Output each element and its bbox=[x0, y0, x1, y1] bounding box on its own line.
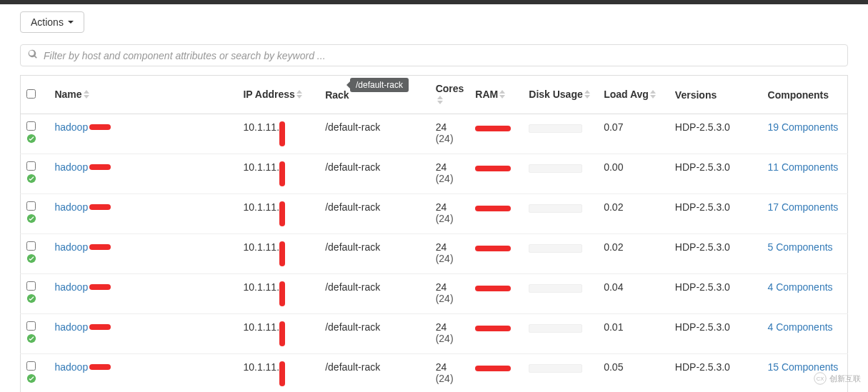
sort-icon bbox=[650, 89, 656, 101]
status-ok-icon bbox=[26, 134, 36, 146]
table-row: hadoop 10.1.11. /default-rack 24(24) 0.0… bbox=[21, 354, 848, 392]
ram-cell bbox=[469, 314, 523, 354]
filter-bar[interactable] bbox=[20, 44, 848, 66]
load-cell: 0.01 bbox=[598, 314, 669, 354]
rack-cell: /default-rack bbox=[319, 194, 429, 234]
table-row: hadoop 10.1.11. /default-rack 24(24) 0.0… bbox=[21, 234, 848, 274]
redaction bbox=[475, 326, 511, 331]
redaction bbox=[279, 321, 285, 346]
header-load[interactable]: Load Avg bbox=[598, 76, 669, 114]
watermark: CX 创新互联 bbox=[814, 372, 861, 385]
redaction bbox=[279, 201, 285, 226]
hosts-table: Name IP Address Rack Cores RAM Disk Usag… bbox=[20, 75, 848, 392]
components-link[interactable]: 4 Components bbox=[762, 274, 848, 314]
disk-cell bbox=[523, 354, 598, 392]
version-cell: HDP-2.5.3.0 bbox=[669, 314, 762, 354]
redaction bbox=[89, 124, 111, 130]
select-all-checkbox[interactable] bbox=[26, 89, 36, 99]
rack-cell: /default-rack bbox=[319, 114, 429, 154]
components-link[interactable]: 11 Components bbox=[762, 154, 848, 194]
status-ok-icon bbox=[26, 373, 36, 386]
host-link[interactable]: hadoop bbox=[54, 281, 111, 293]
load-cell: 0.07 bbox=[598, 114, 669, 154]
sort-icon bbox=[296, 89, 302, 101]
row-checkbox[interactable] bbox=[26, 361, 36, 371]
load-cell: 0.02 bbox=[598, 194, 669, 234]
load-cell: 0.04 bbox=[598, 274, 669, 314]
search-icon bbox=[28, 49, 44, 61]
cores-cell: 24(24) bbox=[430, 274, 470, 314]
ram-cell bbox=[469, 274, 523, 314]
sort-icon bbox=[84, 89, 89, 101]
redaction bbox=[475, 286, 511, 291]
components-link[interactable]: 19 Components bbox=[762, 114, 848, 154]
ram-cell bbox=[469, 354, 523, 392]
header-ip[interactable]: IP Address bbox=[237, 76, 319, 114]
ram-cell bbox=[469, 234, 523, 274]
header-checkbox bbox=[21, 76, 49, 114]
version-cell: HDP-2.5.3.0 bbox=[669, 114, 762, 154]
ram-cell bbox=[469, 154, 523, 194]
ip-cell: 10.1.11. bbox=[237, 274, 319, 314]
header-components: Components bbox=[762, 76, 848, 114]
version-cell: HDP-2.5.3.0 bbox=[669, 234, 762, 274]
ram-cell bbox=[469, 194, 523, 234]
disk-cell bbox=[523, 114, 598, 154]
ip-cell: 10.1.11. bbox=[237, 314, 319, 354]
redaction bbox=[279, 281, 285, 306]
redaction bbox=[89, 284, 111, 290]
redaction bbox=[475, 126, 511, 131]
header-ram[interactable]: RAM bbox=[469, 76, 523, 114]
disk-cell bbox=[523, 154, 598, 194]
components-link[interactable]: 5 Components bbox=[762, 234, 848, 274]
cores-cell: 24(24) bbox=[430, 314, 470, 354]
cores-cell: 24(24) bbox=[430, 154, 470, 194]
load-cell: 0.02 bbox=[598, 234, 669, 274]
sort-icon bbox=[437, 95, 443, 106]
row-checkbox[interactable] bbox=[26, 241, 36, 251]
redaction bbox=[279, 361, 285, 386]
chevron-down-icon bbox=[68, 21, 74, 24]
row-checkbox[interactable] bbox=[26, 121, 36, 131]
disk-usage-bar bbox=[529, 284, 582, 293]
ram-cell bbox=[469, 114, 523, 154]
redaction bbox=[89, 364, 111, 370]
ip-cell: 10.1.11. bbox=[237, 194, 319, 234]
ip-cell: 10.1.11. bbox=[237, 114, 319, 154]
row-checkbox[interactable] bbox=[26, 201, 36, 211]
table-row: hadoop 10.1.11. /default-rack 24(24) 0.0… bbox=[21, 194, 848, 234]
header-disk[interactable]: Disk Usage bbox=[523, 76, 598, 114]
components-link[interactable]: 17 Components bbox=[762, 194, 848, 234]
cores-cell: 24(24) bbox=[430, 234, 470, 274]
status-ok-icon bbox=[26, 333, 36, 346]
host-link[interactable]: hadoop bbox=[54, 321, 111, 333]
cores-cell: 24(24) bbox=[430, 194, 470, 234]
version-cell: HDP-2.5.3.0 bbox=[669, 154, 762, 194]
host-link[interactable]: hadoop bbox=[54, 121, 111, 133]
row-checkbox[interactable] bbox=[26, 161, 36, 171]
host-link[interactable]: hadoop bbox=[54, 161, 111, 173]
row-checkbox[interactable] bbox=[26, 281, 36, 291]
disk-cell bbox=[523, 274, 598, 314]
table-row: hadoop 10.1.11. /default-rack 24(24) 0.0… bbox=[21, 314, 848, 354]
host-link[interactable]: hadoop bbox=[54, 241, 111, 253]
actions-button[interactable]: Actions bbox=[20, 11, 84, 33]
redaction bbox=[475, 166, 511, 171]
ip-cell: 10.1.11. bbox=[237, 354, 319, 392]
sort-icon bbox=[584, 89, 590, 101]
host-link[interactable]: hadoop bbox=[54, 361, 111, 373]
header-name[interactable]: Name bbox=[49, 76, 237, 114]
host-link[interactable]: hadoop bbox=[54, 201, 111, 213]
disk-cell bbox=[523, 314, 598, 354]
disk-usage-bar bbox=[529, 324, 582, 333]
row-checkbox[interactable] bbox=[26, 321, 36, 331]
disk-usage-bar bbox=[529, 364, 582, 373]
rack-cell: /default-rack bbox=[319, 314, 429, 354]
table-row: hadoop 10.1.11. /default-rack 24(24) 0.0… bbox=[21, 274, 848, 314]
redaction bbox=[279, 121, 285, 146]
components-link[interactable]: 4 Components bbox=[762, 314, 848, 354]
header-cores[interactable]: Cores bbox=[430, 76, 470, 114]
disk-usage-bar bbox=[529, 244, 582, 253]
table-row: hadoop 10.1.11. /default-rack 24(24) 0.0… bbox=[21, 154, 848, 194]
filter-input[interactable] bbox=[44, 50, 840, 61]
